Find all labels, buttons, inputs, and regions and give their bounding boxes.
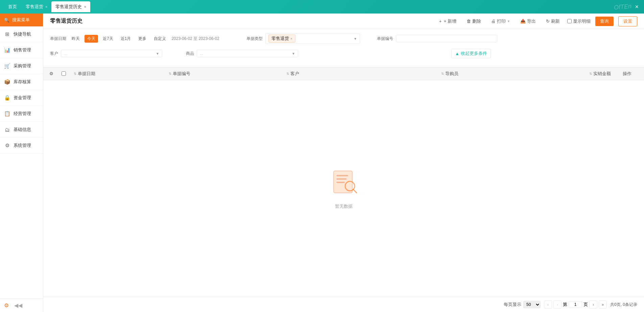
bill-type-label: 单据类型 [246,36,263,42]
goods-filter: 商品 ... ▼ [186,50,298,57]
svg-rect-2 [336,178,347,180]
customer-label: 客户 [50,51,58,57]
sidebar-item-sales-mgmt[interactable]: 📊 销售管理 [0,42,43,58]
sort-customer-icon: ⇅ [286,72,289,75]
window-close-icon[interactable]: × [635,3,639,10]
th-date[interactable]: ⇅ 单据日期 [71,71,166,77]
empty-icon [327,168,361,198]
sidebar-item-label-sales-mgmt: 销售管理 [14,47,31,53]
tab-home[interactable]: 首页 [3,1,22,12]
empty-state: 暂无数据 [43,80,644,297]
print-button[interactable]: 🖨 打印 ▼ [488,17,513,26]
th-bill-no-label: 单据编号 [173,71,190,77]
th-action: 操作 [614,71,641,77]
th-settings[interactable]: ⚙ [47,71,59,76]
collapse-label: 收起更多条件 [461,50,487,57]
sidebar-item-label-basic-info: 基础信息 [14,127,31,133]
last-page-button[interactable]: » [599,300,607,309]
table-settings-icon[interactable]: ⚙ [49,71,53,76]
delete-button[interactable]: 🗑 删除 [464,17,484,26]
sidebar-item-label-finance: 资金管理 [14,95,31,101]
date-btn-1month[interactable]: 近1月 [118,35,134,43]
search-icon: 🔍 [4,18,9,23]
date-btn-more[interactable]: 更多 [136,35,149,43]
query-button[interactable]: 查询 [595,17,614,26]
th-guide[interactable]: ⇅ 导购员 [438,71,533,77]
bill-type-filter: 单据类型 零售退货 × ▼ [246,33,360,44]
refresh-button[interactable]: ↻ 刷新 [543,17,563,26]
purchase-mgmt-icon: 🛒 [4,63,10,69]
sidebar-item-business[interactable]: 📋 经营管理 [0,106,43,122]
page-info: 共0页, 0条记录 [610,302,637,308]
bill-no-label: 单据编号 [377,36,393,42]
export-label: 导出 [527,18,536,24]
select-all-checkbox[interactable] [62,71,66,76]
date-btn-yesterday[interactable]: 昨天 [69,35,82,43]
sidebar-item-inventory[interactable]: 📦 库存核算 [0,74,43,90]
tab-retail-return[interactable]: 零售退货 × [22,1,51,12]
sort-date-icon: ⇅ [74,72,76,75]
sidebar-item-sys-mgmt[interactable]: ⚙ 系统管理 [0,138,43,154]
page-suffix: 页 [583,302,588,308]
page-nav: « ‹ 第 页 › » [544,300,607,309]
display-detail-checkbox[interactable] [567,19,572,23]
tab-retail-return-close[interactable]: × [45,5,47,9]
sidebar-item-finance[interactable]: 🔒 资金管理 [0,90,43,106]
page-prefix: 第 [563,302,567,308]
svg-rect-3 [336,182,345,183]
bill-type-tag-remove[interactable]: × [290,37,292,41]
th-checkbox[interactable] [59,71,71,76]
sidebar-item-label-quick-nav: 快捷导航 [14,31,31,37]
sidebar-item-basic-info[interactable]: 🗂 基础信息 [0,122,43,138]
sidebar-bottom: ⚙ ◀◀ [0,298,43,312]
bill-type-select[interactable]: 零售退货 × ▼ [265,33,360,44]
th-bill-no[interactable]: ⇅ 单据编号 [166,71,284,77]
first-page-button[interactable]: « [544,300,552,309]
date-filter-label: 单据日期 [50,36,66,42]
sidebar-search[interactable]: 🔍 搜索菜单 [0,14,43,26]
goods-select[interactable]: ... ▼ [197,50,298,57]
per-page-select[interactable]: 10 20 50 100 [523,301,541,308]
refresh-label: 刷新 [551,18,560,24]
customer-filter: 客户 ... ▼ [50,50,162,57]
next-page-button[interactable]: › [589,300,597,309]
empty-text: 暂无数据 [335,203,353,209]
sort-guide-icon: ⇅ [441,72,444,75]
date-btn-custom[interactable]: 自定义 [151,35,169,43]
th-guide-label: 导购员 [445,71,458,77]
sidebar-item-purchase-mgmt[interactable]: 🛒 采购管理 [0,58,43,74]
prev-page-button[interactable]: ‹ [553,300,562,309]
table-container: ⚙ ⇅ 单据日期 ⇅ 单据编号 ⇅ 客户 ⇅ [43,67,644,312]
quick-nav-icon: ⊞ [4,31,10,37]
print-dropdown-icon: ▼ [507,20,510,23]
finance-icon: 🔒 [4,95,10,101]
tab-retail-return-history[interactable]: 零售退货历史 × [51,1,90,12]
sidebar-search-label: 搜索菜单 [12,17,30,23]
display-detail-checkbox-wrapper[interactable]: 显示明细 [567,18,591,24]
sales-mgmt-icon: 📊 [4,47,10,53]
svg-line-5 [353,190,357,193]
print-icon: 🖨 [491,19,496,24]
date-btn-7days[interactable]: 近7天 [100,35,116,43]
collapse-button[interactable]: ▲ 收起更多条件 [451,49,491,58]
date-btn-today[interactable]: 今天 [85,35,98,43]
th-amount[interactable]: ⇅ 实销金额 [533,71,614,77]
th-customer[interactable]: ⇅ 客户 [284,71,438,77]
export-button[interactable]: 📤 导出 [518,17,539,26]
bill-no-input[interactable] [396,35,497,42]
tab-retail-return-history-close[interactable]: × [84,5,86,9]
top-bar: 首页 零售退货 × 零售退货历史 × OfTEn × [0,0,644,14]
new-button[interactable]: ＋ + 新增 [435,17,459,26]
page-input[interactable] [569,301,582,308]
filter-row-1: 单据日期 昨天 今天 近7天 近1月 更多 自定义 2023-06-02 至 2… [50,33,637,44]
sidebar-settings-icon[interactable]: ⚙ [4,302,9,309]
sidebar-item-quick-nav[interactable]: ⊞ 快捷导航 [0,26,43,42]
date-filter-options: 昨天 今天 近7天 近1月 更多 自定义 [69,35,169,43]
tab-retail-return-label: 零售退货 [26,4,43,10]
customer-select[interactable]: ... ▼ [61,50,162,57]
settings-filter-button[interactable]: 设置 [618,16,637,26]
page-title: 零售退货历史 [50,18,435,25]
sidebar-collapse-icon[interactable]: ◀◀ [14,302,22,309]
sidebar: 🔍 搜索菜单 ⊞ 快捷导航 📊 销售管理 🛒 采购管理 📦 库存核算 🔒 资金管… [0,14,43,312]
per-page: 每页显示 10 20 50 100 [504,301,541,308]
